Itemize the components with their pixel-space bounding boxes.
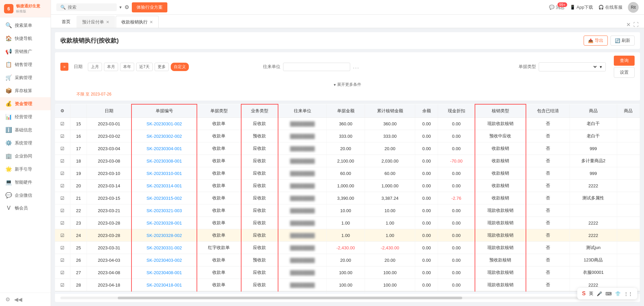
gear-cell[interactable]: ☑ [55,130,70,142]
sidebar-item-operations[interactable]: 📊经营管理 [0,110,51,123]
gear-cell[interactable]: ☑ [55,180,70,192]
docno-link[interactable]: SK-20230315-002 [147,196,182,201]
tab-write-off[interactable]: 收款核销执行✕ [116,16,159,28]
docno-link[interactable]: SK-20230321-003 [147,208,182,213]
gear-cell[interactable]: ☑ [55,167,70,180]
filter-settings-btn[interactable]: 设置 [614,67,635,78]
date-btn-更多[interactable]: 更多 [155,63,169,71]
docno-link[interactable]: SK-20230301-002 [147,121,182,126]
balance-cell: 0.00 [415,130,438,142]
date-btn-近7天[interactable]: 近7天 [136,63,153,71]
footer-doctype [197,291,241,294]
receipt-type-select[interactable] [542,64,598,70]
docno-link[interactable]: SK-20230304-001 [147,146,182,151]
more-dots[interactable]: ... [353,64,359,70]
gear-cell[interactable]: ☑ [55,155,70,167]
docno-link[interactable]: SK-20230310-001 [147,171,182,176]
docno-link[interactable]: SK-20230314-001 [147,183,182,188]
gear-cell[interactable]: ☑ [55,279,70,292]
receipt-type-select-wrap[interactable]: ▾ [539,62,606,71]
ime-grid-icon[interactable]: ⋮⋮ [624,291,633,296]
sidebar-item-system[interactable]: ⚙️系统管理 [0,136,51,149]
docno-link[interactable]: SK-20230302-002 [147,134,182,139]
docno-link[interactable]: SK-20230408-001 [147,270,182,275]
purchase-label: 采购管理 [15,75,32,81]
date-btn-本月[interactable]: 本月 [104,63,118,71]
expand-more-btn[interactable]: ▾ 展开更多条件 [332,80,363,89]
gear-cell[interactable]: ☑ [55,118,70,130]
ime-text[interactable]: 英 [589,291,593,297]
goods-cell: 测试多属性 [570,192,617,204]
sidebar-item-inventory[interactable]: 📦库存核算 [0,84,51,97]
experience-btn[interactable]: 体验行业方案 [132,2,167,12]
filter-expand-arrow[interactable]: » [60,63,68,71]
goods-cell: 老白干 [570,118,617,130]
scrollbar-thumb[interactable] [118,297,462,299]
sidebar-item-purchase[interactable]: 🛒采购管理 [0,71,51,84]
ime-mic-icon[interactable]: 🎤 [597,291,602,296]
date-btn-上月[interactable]: 上月 [88,63,102,71]
topbar-gear-icon[interactable]: ⚙ [124,4,129,10]
sidebar-item-wechat[interactable]: 💬企业微信 [0,189,51,202]
dropdown-arrow-icon: ▾ [600,64,602,69]
maximize-icon[interactable]: ⛶ [633,22,639,28]
sidebar-item-marketing[interactable]: 📢营销推广 [0,45,51,58]
topbar-dropdown[interactable]: ▾ [119,5,122,10]
ime-shirt-icon[interactable]: 👕 [615,291,621,296]
col-header-gear[interactable]: ⚙ [55,104,70,118]
horizontal-scrollbar[interactable] [60,297,635,299]
balance-cell: 0.00 [415,217,438,229]
user-avatar[interactable]: Rit [628,2,639,13]
gear-cell[interactable]: ☑ [55,192,70,204]
online-service-btn[interactable]: 🎧 在线客服 [598,4,623,10]
search-input[interactable] [68,5,108,10]
docno-link[interactable]: SK-20230328-001 [147,221,182,226]
app-download-btn[interactable]: 📱 App下载 [570,4,593,10]
export-btn[interactable]: 📤 导出 [584,36,608,46]
sidebar-item-quicknav[interactable]: 🏠快捷导航 [0,32,51,45]
doctype-cell: 收款单 [197,130,241,142]
sidebar-item-corp[interactable]: 🏢企业协同 [0,149,51,163]
sidebar-item-member[interactable]: V畅会员 [0,202,51,215]
tab-close-pre-ar[interactable]: ✕ [106,20,109,24]
counterpart-input[interactable] [283,63,350,71]
hardware-icon: 💻 [5,179,12,185]
gear-cell[interactable]: ☑ [55,242,70,254]
topbar-search[interactable]: 🔍 [56,3,117,11]
date-btn-本年[interactable]: 本年 [120,63,134,71]
date-btn-custom[interactable]: 自定义 [171,63,189,71]
refresh-btn[interactable]: 🔄 刷新 [610,36,635,46]
sidebar-item-search[interactable]: 🔍搜索菜单 [0,19,51,32]
filter-bar: » 日期 上月本月本年近7天更多自定义 往来单位 ... 单据类型 [55,52,640,101]
goods-cell: 衣服00001 [570,266,617,279]
tab-home[interactable]: 首页 [56,16,76,28]
doctype-cell: 收款单 [197,279,241,292]
sidebar-item-guide[interactable]: 🌟新手引导 [0,163,51,176]
footer-includesettled [526,291,570,294]
sidebar-item-hardware[interactable]: 💻智能硬件 [0,176,51,189]
collapse-icon[interactable]: ◀◀ [14,296,22,303]
docno-link[interactable]: SK-20230403-002 [147,258,182,263]
docno-link[interactable]: SK-20230331-002 [147,245,182,250]
gear-cell[interactable]: ☑ [55,204,70,217]
sidebar-item-sales[interactable]: 📋销售管理 [0,58,51,71]
gear-cell[interactable]: ☑ [55,266,70,279]
docno-link[interactable]: SK-20230418-001 [147,283,182,288]
tab-pre-ar[interactable]: 预计应付单✕ [76,16,115,28]
message-btn[interactable]: 💬 消息 99+ [549,4,565,10]
docno-cell: SK-20230321-003 [131,204,197,217]
blurred-text: ████████ [290,283,315,288]
docno-link[interactable]: SK-20230308-001 [147,159,182,164]
gear-cell[interactable]: ☑ [55,217,70,229]
docno-link[interactable]: SK-20230328-002 [147,233,182,238]
close-tab-icon[interactable]: ✕ [626,21,631,28]
settings-icon[interactable]: ⚙ [5,296,10,303]
query-btn[interactable]: 查询 [614,56,635,66]
gear-cell[interactable]: ☑ [55,229,70,242]
gear-cell[interactable]: ☑ [55,142,70,155]
tab-close-write-off[interactable]: ✕ [150,20,153,24]
gear-cell[interactable]: ☑ [55,254,70,266]
sidebar-item-basic[interactable]: ℹ️基础信息 [0,123,51,136]
ime-keyboard-icon[interactable]: ⌨ [605,291,612,296]
sidebar-item-funds[interactable]: 💰资金管理 [0,97,51,110]
